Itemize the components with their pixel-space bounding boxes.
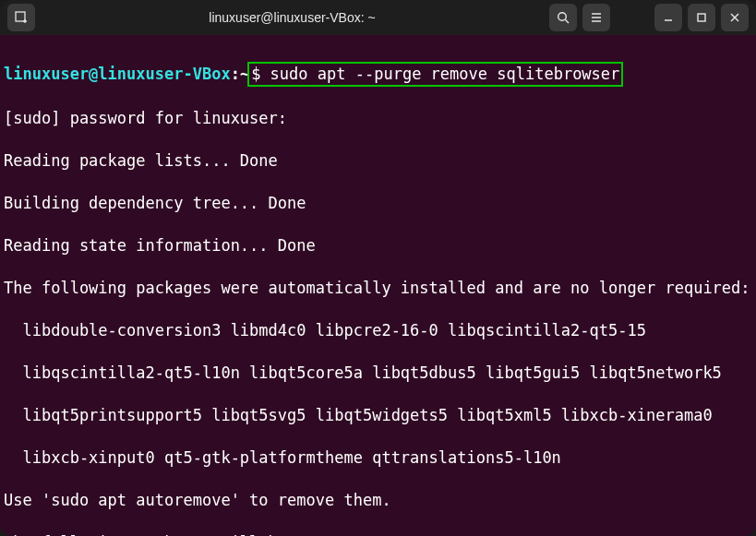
svg-rect-0: [16, 12, 25, 21]
minimize-button[interactable]: [654, 4, 682, 31]
output-line: libqt5printsupport5 libqt5svg5 libqt5wid…: [4, 405, 752, 426]
prompt-line-1: linuxuser@linuxuser-VBox:~$ sudo apt --p…: [4, 62, 752, 87]
new-tab-button[interactable]: [7, 4, 35, 31]
output-line: The following packages were automaticall…: [4, 278, 752, 299]
output-line: libqscintilla2-qt5-l10n libqt5core5a lib…: [4, 363, 752, 384]
window-title: linuxuser@linuxuser-VBox: ~: [41, 10, 544, 25]
output-line: Reading package lists... Done: [4, 150, 752, 172]
search-icon: [556, 10, 570, 25]
terminal-body[interactable]: linuxuser@linuxuser-VBox:~$ sudo apt --p…: [0, 35, 756, 536]
menu-button[interactable]: [582, 4, 610, 31]
minimize-icon: [662, 11, 675, 24]
output-line: [sudo] password for linuxuser:: [4, 108, 752, 129]
highlighted-command: $ sudo apt --purge remove sqlitebrowser: [247, 62, 623, 87]
maximize-icon: [695, 11, 708, 24]
svg-point-3: [558, 13, 567, 21]
output-line: Building dependency tree... Done: [4, 193, 752, 214]
titlebar: linuxuser@linuxuser-VBox: ~: [0, 0, 756, 35]
prompt-sep: :: [231, 65, 240, 83]
output-line: Reading state information... Done: [4, 235, 752, 256]
terminal-window: linuxuser@linuxuser-VBox: ~ linuxuser@li…: [0, 0, 756, 536]
close-icon: [728, 11, 741, 24]
output-line: libdouble-conversion3 libmd4c0 libpcre2-…: [4, 320, 752, 341]
output-line: The following packages will be REMOVED:: [4, 532, 752, 536]
close-button[interactable]: [721, 4, 749, 31]
search-button[interactable]: [549, 4, 577, 31]
hamburger-icon: [589, 10, 604, 25]
prompt-user-host: linuxuser@linuxuser-VBox: [4, 65, 231, 83]
maximize-button[interactable]: [688, 4, 715, 31]
output-line: libxcb-xinput0 qt5-gtk-platformtheme qtt…: [4, 447, 752, 469]
svg-line-4: [565, 19, 569, 23]
new-tab-icon: [14, 10, 29, 25]
output-line: Use 'sudo apt autoremove' to remove them…: [4, 490, 752, 511]
svg-rect-9: [698, 14, 705, 21]
